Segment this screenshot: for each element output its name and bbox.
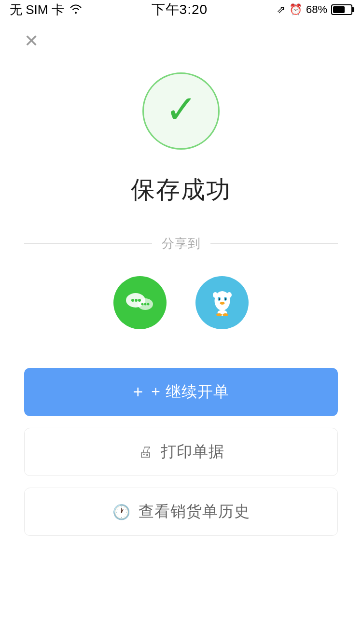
checkmark-icon: ✓ bbox=[165, 90, 197, 129]
continue-label: + 继续开单 bbox=[151, 381, 229, 403]
svg-point-7 bbox=[147, 303, 150, 306]
svg-point-18 bbox=[223, 313, 228, 316]
divider-line-right bbox=[210, 243, 338, 244]
plus-icon: + bbox=[133, 382, 143, 402]
print-button[interactable]: 🖨 打印单据 bbox=[24, 428, 338, 476]
svg-point-4 bbox=[138, 299, 141, 302]
svg-point-2 bbox=[131, 299, 134, 302]
history-icon: 🕐 bbox=[112, 504, 131, 520]
svg-point-5 bbox=[141, 303, 144, 306]
svg-point-10 bbox=[213, 292, 218, 298]
battery-percentage: 68% bbox=[306, 3, 327, 16]
history-button[interactable]: 🕐 查看销货单历史 bbox=[24, 488, 338, 536]
action-buttons: + + 继续开单 🖨 打印单据 🕐 查看销货单历史 bbox=[24, 368, 338, 536]
carrier-label: 无 SIM 卡 bbox=[10, 1, 64, 18]
svg-point-11 bbox=[227, 292, 232, 298]
continue-button[interactable]: + + 继续开单 bbox=[24, 368, 338, 416]
qq-share-button[interactable] bbox=[195, 276, 249, 329]
svg-point-14 bbox=[219, 298, 220, 300]
status-left: 无 SIM 卡 bbox=[10, 1, 83, 18]
share-row bbox=[113, 276, 249, 329]
success-circle: ✓ bbox=[142, 72, 220, 150]
svg-point-16 bbox=[220, 302, 224, 305]
location-icon: ⇗ bbox=[277, 3, 285, 16]
svg-point-6 bbox=[144, 303, 147, 306]
main-content: ✓ 保存成功 分享到 bbox=[0, 53, 362, 644]
print-label: 打印单据 bbox=[161, 441, 224, 462]
print-icon: 🖨 bbox=[138, 444, 153, 460]
alarm-icon: ⏰ bbox=[289, 3, 302, 16]
svg-point-3 bbox=[135, 299, 138, 302]
share-label: 分享到 bbox=[162, 235, 201, 252]
svg-point-15 bbox=[225, 298, 226, 300]
wechat-icon bbox=[123, 286, 157, 320]
top-nav: ✕ bbox=[0, 19, 362, 53]
success-title: 保存成功 bbox=[131, 174, 231, 206]
close-icon: ✕ bbox=[24, 32, 39, 50]
divider-line-left bbox=[24, 243, 152, 244]
status-time: 下午3:20 bbox=[152, 0, 208, 19]
status-bar: 无 SIM 卡 下午3:20 ⇗ ⏰ 68% bbox=[0, 0, 362, 19]
svg-point-17 bbox=[216, 313, 222, 316]
status-right: ⇗ ⏰ 68% bbox=[277, 3, 352, 16]
wifi-icon bbox=[69, 2, 83, 17]
qq-icon bbox=[207, 287, 238, 319]
share-divider: 分享到 bbox=[24, 235, 338, 252]
wechat-share-button[interactable] bbox=[113, 276, 167, 329]
close-button[interactable]: ✕ bbox=[19, 29, 43, 53]
history-label: 查看销货单历史 bbox=[139, 501, 250, 522]
battery-icon bbox=[331, 4, 352, 15]
